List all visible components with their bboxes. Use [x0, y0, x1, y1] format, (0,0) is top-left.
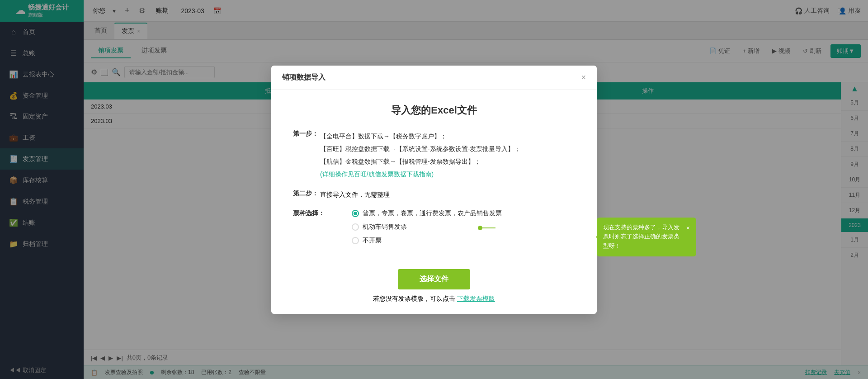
step2-label: 第二步： — [293, 190, 320, 198]
download-template-link[interactable]: 下载发票模版 — [457, 295, 495, 302]
step2-text: 直接导入文件，无需整理 — [320, 191, 390, 199]
modal-header: 销项数据导入 × — [271, 66, 597, 90]
tooltip-bubble: × 现在支持的票种多了，导入发票时别忘了选择正确的发票类型呀！ — [597, 218, 696, 256]
step1-content: 【全电平台】数据下载→【税务数字账户】； 【百旺】税控盘数据下载→【系统设置-系… — [320, 130, 520, 180]
modal-main-title: 导入您的Excel文件 — [293, 104, 575, 117]
modal-footer: 选择文件 若您没有发票模版，可以点击 下载发票模版 — [271, 265, 597, 314]
guide-link[interactable]: (详细操作见百旺/航信发票数据下载指南) — [320, 171, 434, 178]
modal-overlay: 销项数据导入 × 导入您的Excel文件 第一步： 【全电平台】数据下载→【税务… — [0, 0, 868, 379]
template-hint-text: 若您没有发票模版，可以点击 — [373, 295, 455, 302]
step2-section: 第二步： 直接导入文件，无需整理 — [293, 190, 575, 200]
radio-no-invoice[interactable]: 不开票 — [352, 237, 502, 245]
radio-general-circle — [352, 210, 359, 217]
modal-body: 导入您的Excel文件 第一步： 【全电平台】数据下载→【税务数字账户】； 【百… — [271, 90, 597, 265]
step1-label: 第一步： — [293, 130, 320, 178]
tooltip-line — [482, 227, 495, 228]
ticket-section: 票种选择： 普票，专票，卷票，通行费发票，农产品销售发票 机动车销售发票 — [293, 209, 575, 245]
radio-motor-circle — [352, 223, 359, 231]
tooltip-dot — [478, 226, 482, 230]
select-file-button[interactable]: 选择文件 — [398, 269, 470, 289]
tooltip-text: 现在支持的票种多了，导入发票时别忘了选择正确的发票类型呀！ — [603, 224, 679, 250]
import-modal: 销项数据导入 × 导入您的Excel文件 第一步： 【全电平台】数据下载→【税务… — [271, 66, 597, 314]
radio-no-invoice-circle — [352, 237, 359, 244]
tooltip-close-button[interactable]: × — [686, 223, 690, 233]
modal-title: 销项数据导入 — [282, 73, 326, 82]
modal-close-button[interactable]: × — [581, 73, 586, 82]
template-hint-row: 若您没有发票模版，可以点击 下载发票模版 — [373, 295, 495, 303]
radio-general[interactable]: 普票，专票，卷票，通行费发票，农产品销售发票 — [352, 209, 502, 218]
step1-section: 第一步： 【全电平台】数据下载→【税务数字账户】； 【百旺】税控盘数据下载→【系… — [293, 130, 575, 180]
ticket-label: 票种选择： — [293, 209, 325, 218]
